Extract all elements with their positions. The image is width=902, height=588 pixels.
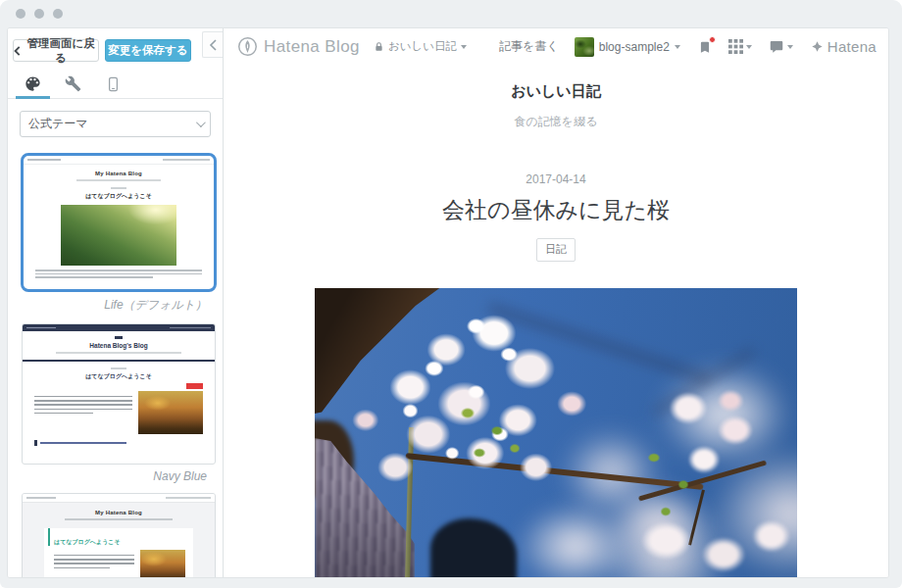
- green-leaves: [432, 391, 550, 479]
- post-date[interactable]: 2017-04-14: [224, 172, 888, 186]
- notification-dot: [709, 36, 716, 43]
- smartphone-icon: [105, 75, 122, 93]
- mini-preview-header: [23, 324, 215, 331]
- window-dot-icon: [34, 9, 44, 19]
- wrench-icon: [65, 75, 81, 92]
- bookmark-menu-button[interactable]: [698, 39, 712, 55]
- theme-list: My Hatena Blog はてなブログへようこそ Life（デフォルト） H…: [8, 137, 223, 577]
- save-changes-button[interactable]: 変更を保存する: [105, 39, 191, 62]
- blog-preview-content: おいしい日記 食の記憶を綴る 2017-04-14 会社の昼休みに見た桜 日記: [224, 65, 888, 577]
- blog-title: おいしい日記: [224, 65, 888, 101]
- lock-icon: [374, 41, 384, 52]
- theme-thumbnail-life[interactable]: My Hatena Blog はてなブログへようこそ: [21, 153, 217, 292]
- mini-paragraph-bars: [34, 391, 132, 434]
- cherry-blossom-photo: [315, 288, 797, 577]
- caret-down-icon: [746, 45, 752, 49]
- mini-post-title: はてなブログへようこそ: [54, 538, 185, 547]
- mini-river-photo: [61, 205, 176, 266]
- hatena-blog-header: Hatena Blog おいしい日記 記事を書く blog-sample2: [224, 28, 888, 65]
- palette-icon: [24, 74, 42, 93]
- chevron-down-icon: [196, 118, 206, 127]
- mini-blog-title: My Hatena Blog: [23, 510, 215, 515]
- window-dot-icon: [16, 9, 25, 19]
- post-title[interactable]: 会社の昼休みに見た桜: [224, 195, 888, 225]
- current-blog-name: おいしい日記: [388, 39, 457, 54]
- caret-down-icon: [787, 45, 793, 49]
- theme-thumbnail-navy-blue[interactable]: Hatena Blog's Blog はてなブログへようこそ: [22, 323, 216, 465]
- window-content: 管理画面に戻る 変更を保存する: [7, 27, 889, 578]
- grid-icon: [728, 39, 743, 54]
- hatena-logo-icon: [811, 40, 824, 53]
- mini-post-card: はてなブログへようこそ: [44, 528, 193, 577]
- mini-date-bar: [111, 187, 126, 189]
- brand-name: Hatena Blog: [264, 37, 360, 57]
- mini-blog-subtitle-bar: [56, 352, 181, 354]
- messages-menu-button[interactable]: [769, 39, 793, 54]
- avatar: [575, 37, 594, 57]
- mini-autumn-photo: [140, 550, 185, 577]
- theme-category-value: 公式テーマ: [28, 116, 88, 132]
- mini-blog-title: My Hatena Blog: [24, 171, 214, 176]
- back-to-admin-button[interactable]: 管理画面に戻る: [13, 39, 99, 62]
- mini-link-line: [34, 440, 203, 446]
- caret-down-icon: [675, 45, 680, 49]
- hatena-brand-label: Hatena: [827, 38, 877, 55]
- mini-blog-title: Hatena Blog's Blog: [23, 342, 215, 349]
- theme-label-navy-blue: Navy Blue: [21, 469, 207, 483]
- apps-grid-menu-button[interactable]: [728, 39, 752, 54]
- blog-switcher[interactable]: おいしい日記: [374, 39, 467, 54]
- mini-paragraph-bars: [54, 550, 134, 577]
- hatena-portal-link[interactable]: Hatena: [811, 38, 877, 55]
- caret-down-icon: [461, 45, 467, 49]
- blog-preview-pane: Hatena Blog おいしい日記 記事を書く blog-sample2: [224, 28, 888, 577]
- tab-customize-wrench[interactable]: [53, 70, 93, 98]
- theme-label-life: Life（デフォルト）: [21, 297, 207, 314]
- window-titlebar: [0, 0, 902, 27]
- category-badge[interactable]: 日記: [536, 238, 576, 262]
- theme-category-select[interactable]: 公式テーマ: [20, 111, 211, 137]
- chevron-left-icon: [209, 39, 217, 51]
- chat-icon: [769, 39, 784, 54]
- chevron-left-icon: [14, 46, 21, 56]
- mini-preview-header: [23, 494, 215, 503]
- back-to-admin-label: 管理画面に戻る: [25, 36, 98, 66]
- pen-circle-icon: [237, 36, 258, 57]
- mini-post-title: はてなブログへようこそ: [23, 372, 215, 381]
- mini-preview-header: [24, 156, 214, 165]
- window-dot-icon: [53, 9, 63, 19]
- sidebar-actions: 管理画面に戻る 変更を保存する: [8, 28, 223, 70]
- theme-thumbnail-report[interactable]: My Hatena Blog はてなブログへようこそ: [22, 493, 216, 577]
- mini-post-title: はてなブログへようこそ: [24, 192, 214, 201]
- mini-blog-subtitle-bar: [65, 518, 173, 520]
- blog-subtitle: 食の記憶を綴る: [224, 114, 888, 130]
- mini-paragraph-bars: [35, 270, 202, 278]
- account-username: blog-sample2: [599, 40, 670, 54]
- account-menu[interactable]: blog-sample2: [575, 37, 680, 57]
- green-leaves: [619, 425, 736, 533]
- design-tabs: [8, 70, 223, 99]
- mini-autumn-photo: [138, 391, 203, 434]
- hatena-blog-logo[interactable]: Hatena Blog: [237, 36, 360, 57]
- sidebar-collapse-button[interactable]: [202, 31, 223, 58]
- mini-date-bar: [111, 368, 126, 369]
- header-icon-group: [698, 39, 793, 55]
- tab-theme-palette[interactable]: [13, 70, 53, 98]
- write-post-link[interactable]: 記事を書く: [499, 38, 559, 55]
- tab-smartphone[interactable]: [93, 70, 133, 98]
- theme-design-sidebar: 管理画面に戻る 変更を保存する: [8, 28, 224, 577]
- mini-navy-square: [115, 336, 123, 339]
- mini-blog-subtitle-bar: [76, 179, 161, 181]
- window-frame: 管理画面に戻る 変更を保存する: [0, 0, 902, 588]
